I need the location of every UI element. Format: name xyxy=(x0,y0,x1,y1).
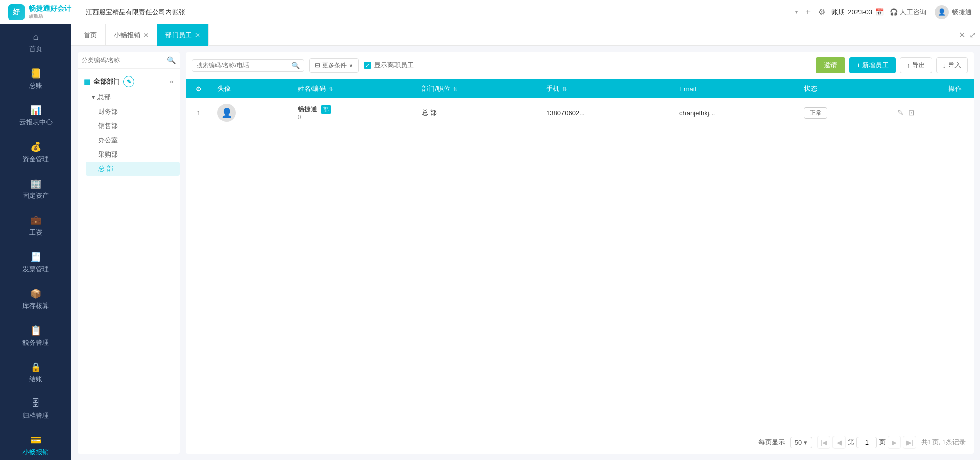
sort-mobile-icon: ⇅ xyxy=(562,86,567,92)
dept-item-purchase[interactable]: 采购部 xyxy=(86,147,180,162)
first-page-button[interactable]: |◀ xyxy=(817,436,830,449)
tabs-bar: 首页 小畅报销 ✕ 部门员工 ✕ ✕ ⤢ xyxy=(71,24,980,46)
employee-search-box[interactable]: 🔍 xyxy=(192,59,304,72)
col-dept[interactable]: 部门/职位 ⇅ xyxy=(415,79,540,98)
employee-panel: 🔍 ⊟ 更多条件 ∨ ✓ 显示离职员工 邀请 + 新增员工 xyxy=(186,52,974,454)
add-employee-button[interactable]: + 新增员工 xyxy=(849,57,896,73)
row-name-code: 畅捷通 部 0 xyxy=(291,98,416,127)
funds-icon: 💰 xyxy=(30,141,41,152)
tab-expense[interactable]: 小畅报销 ✕ xyxy=(106,24,157,46)
row-email: chanjethkj... xyxy=(673,98,798,127)
sidebar-item-reports[interactable]: 📊 云报表中心 xyxy=(0,97,71,134)
edit-button[interactable]: ✎ xyxy=(897,108,904,117)
calendar-icon[interactable]: 📅 xyxy=(875,8,884,16)
page-navigation: |◀ ◀ 第 页 ▶ ▶| xyxy=(817,436,916,449)
import-button[interactable]: ↓ 导入 xyxy=(936,57,968,73)
tab-home[interactable]: 首页 xyxy=(76,24,106,46)
export-button[interactable]: ↑ 导出 xyxy=(900,57,932,73)
pagination-bar: 每页显示 50 ▾ |◀ ◀ 第 页 ▶ ▶| 共1页, 1条记录 xyxy=(186,430,974,454)
employee-search-input[interactable] xyxy=(197,62,288,69)
per-page-chevron-icon: ▾ xyxy=(804,439,807,446)
top-header: 好 畅捷通好会计 旗舰版 江西服宝精品有限责任公司内账张 ▾ ＋ ⚙ 账期 20… xyxy=(0,0,980,24)
tab-collapse-icon[interactable]: ✕ xyxy=(959,30,965,40)
ledger-icon: 📒 xyxy=(30,68,41,79)
filter-icon: ⊟ xyxy=(315,62,320,69)
main-layout: ⌂ 首页 📒 总账 📊 云报表中心 💰 资金管理 🏢 固定资产 💼 工资 🧾 发… xyxy=(0,24,980,460)
per-page-select[interactable]: 50 ▾ xyxy=(790,437,812,448)
sidebar-item-inventory[interactable]: 📦 库存核算 xyxy=(0,281,71,318)
grid-icon: ▦ xyxy=(84,78,90,86)
sidebar-item-close[interactable]: 🔒 结账 xyxy=(0,354,71,391)
dept-item-sales[interactable]: 销售部 xyxy=(86,119,180,133)
next-page-button[interactable]: ▶ xyxy=(888,436,901,449)
avatar-icon: 👤 xyxy=(938,8,946,16)
page-content: 🔍 ▦ 全部部门 ✎ « ▾ 总部 财务部 销售部 办公室 采购部 xyxy=(71,46,980,460)
tab-department-close-icon[interactable]: ✕ xyxy=(195,32,200,39)
sidebar-item-funds[interactable]: 💰 资金管理 xyxy=(0,134,71,171)
employee-table: ⚙ 头像 姓名/编码 ⇅ 部门/职位 ⇅ xyxy=(186,79,974,127)
home-icon: ⌂ xyxy=(33,32,39,42)
last-page-button[interactable]: ▶| xyxy=(903,436,916,449)
col-name-code[interactable]: 姓名/编码 ⇅ xyxy=(291,79,416,98)
col-settings[interactable]: ⚙ xyxy=(186,79,211,98)
dept-edit-button[interactable]: ✎ xyxy=(123,76,134,87)
dept-item-headquarters[interactable]: ▾ 总部 xyxy=(86,90,180,105)
reports-icon: 📊 xyxy=(30,105,41,116)
company-dropdown-icon[interactable]: ▾ xyxy=(795,9,798,15)
company-name: 江西服宝精品有限责任公司内账张 xyxy=(86,8,789,17)
tab-expand-icon[interactable]: ⤢ xyxy=(969,30,976,40)
dept-search-bar: 🔍 xyxy=(78,52,180,69)
sidebar-item-ledger[interactable]: 📒 总账 xyxy=(0,61,71,97)
invite-button[interactable]: 邀请 xyxy=(816,57,845,73)
tab-expense-close-icon[interactable]: ✕ xyxy=(143,32,149,39)
support-button[interactable]: 🎧 人工咨询 xyxy=(890,8,926,17)
row-dept: 总 部 xyxy=(415,98,540,127)
sidebar-item-assets[interactable]: 🏢 固定资产 xyxy=(0,171,71,208)
all-dept-header[interactable]: ▦ 全部部门 ✎ « xyxy=(78,73,180,90)
avatar-person-icon: 👤 xyxy=(221,107,232,118)
payroll-icon: 💼 xyxy=(30,215,41,226)
tab-department[interactable]: 部门员工 ✕ xyxy=(157,24,209,46)
inventory-icon: 📦 xyxy=(30,288,41,299)
user-area[interactable]: 👤 畅捷通 xyxy=(935,5,972,19)
employee-table-body: 1 👤 畅捷通 部 xyxy=(186,98,974,127)
logout-button[interactable]: ⊡ xyxy=(908,108,915,117)
sidebar-item-payroll[interactable]: 💼 工资 xyxy=(0,208,71,244)
prev-page-button[interactable]: ◀ xyxy=(832,436,846,449)
dept-item-finance[interactable]: 财务部 xyxy=(86,105,180,119)
sort-dept-icon: ⇅ xyxy=(453,86,457,92)
sidebar-item-invoice[interactable]: 🧾 发票管理 xyxy=(0,244,71,281)
close-period-icon: 🔒 xyxy=(30,362,41,373)
sidebar-item-tax[interactable]: 📋 税务管理 xyxy=(0,318,71,354)
sidebar-item-home[interactable]: ⌂ 首页 xyxy=(0,24,71,61)
show-resigned-checkbox[interactable]: ✓ xyxy=(364,62,371,69)
invoice-icon: 🧾 xyxy=(30,251,41,263)
dept-group-headquarters: ▾ 总部 财务部 销售部 办公室 采购部 总 部 xyxy=(78,90,180,176)
sidebar-item-expense[interactable]: 💳 小畅报销 xyxy=(0,427,71,460)
show-resigned-toggle[interactable]: ✓ 显示离职员工 xyxy=(364,61,414,70)
logo-icon: 好 xyxy=(8,4,24,20)
employee-table-container: ⚙ 头像 姓名/编码 ⇅ 部门/职位 ⇅ xyxy=(186,79,974,430)
dept-item-general[interactable]: 总 部 xyxy=(86,162,180,176)
dept-collapse-icon[interactable]: « xyxy=(170,78,174,85)
employee-toolbar: 🔍 ⊟ 更多条件 ∨ ✓ 显示离职员工 邀请 + 新增员工 xyxy=(186,52,974,79)
sort-name-icon: ⇅ xyxy=(329,86,333,92)
row-actions: ✎ ⊡ xyxy=(891,98,974,127)
account-period: 账期 2023-03 📅 xyxy=(831,8,884,17)
sidebar-item-archive[interactable]: 🗄 归档管理 xyxy=(0,391,71,427)
dept-search-icon: 🔍 xyxy=(167,56,176,64)
header-right: 🎧 人工咨询 👤 畅捷通 xyxy=(890,5,972,19)
import-icon: ↓ xyxy=(943,62,946,69)
row-avatar: 👤 xyxy=(211,98,291,127)
add-company-icon[interactable]: ＋ xyxy=(804,7,812,17)
tab-actions: ✕ ⤢ xyxy=(959,30,976,40)
dept-search-input[interactable] xyxy=(82,57,167,64)
settings-icon[interactable]: ⚙ xyxy=(818,7,825,17)
page-number-input[interactable] xyxy=(856,437,877,448)
dept-item-office[interactable]: 办公室 xyxy=(86,133,180,147)
col-mobile[interactable]: 手机 ⇅ xyxy=(540,79,673,98)
col-email: Email xyxy=(673,79,798,98)
logo-area: 好 畅捷通好会计 旗舰版 xyxy=(8,4,80,20)
toolbar-right: 邀请 + 新增员工 ↑ 导出 ↓ 导入 xyxy=(816,57,968,73)
filter-button[interactable]: ⊟ 更多条件 ∨ xyxy=(309,58,359,73)
